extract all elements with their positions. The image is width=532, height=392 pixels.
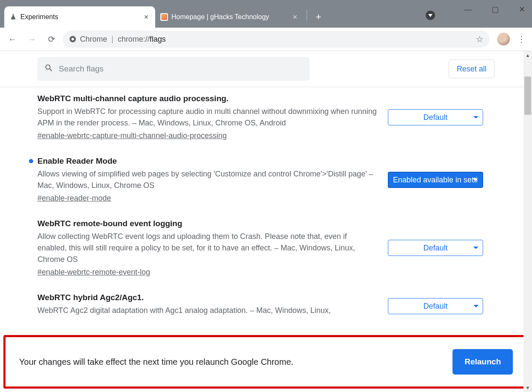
tab-divider	[307, 9, 307, 20]
flag-anchor-link[interactable]: #enable-webrtc-remote-event-log	[37, 268, 378, 277]
flag-title: WebRTC remote-bound event logging	[37, 219, 378, 228]
omnibox-chip-label: Chrome	[80, 35, 107, 44]
flag-select-wrap: Default	[388, 240, 483, 256]
search-flags-input[interactable]	[59, 64, 303, 74]
flag-title: Enable Reader Mode	[37, 156, 378, 166]
reload-button[interactable]: ⟳	[43, 31, 60, 47]
relaunch-button[interactable]: Relaunch	[452, 349, 513, 375]
flag-select-wrap: Enabled available in settings	[388, 172, 483, 188]
tab-strip: Experiments ✕ Homepage | gHacks Technolo…	[0, 0, 532, 28]
tab-title: Experiments	[20, 13, 139, 21]
tracking-badge-icon[interactable]	[426, 11, 435, 20]
menu-button[interactable]: ⋮	[515, 33, 528, 45]
tab-ghacks[interactable]: Homepage | gHacks Technology ✕	[155, 6, 304, 28]
flag-state-select[interactable]: Default	[388, 240, 483, 256]
flag-description: WebRTC Agc2 digital adaptation with Agc1…	[37, 305, 378, 316]
svg-point-1	[71, 38, 74, 40]
chrome-chip: Chrome	[69, 35, 107, 44]
flag-select-wrap: Default	[388, 109, 483, 125]
flag-state-select[interactable]: Default	[388, 109, 483, 125]
flag-text: WebRTC remote-bound event loggingAllow c…	[37, 219, 378, 277]
flag-row: WebRTC remote-bound event loggingAllow c…	[37, 215, 495, 289]
reset-all-button[interactable]: Reset all	[449, 60, 495, 78]
search-flags-box[interactable]	[37, 57, 310, 81]
toolbar: ← → ⟳ Chrome | chrome://flags ☆ ⋮	[0, 28, 532, 51]
new-tab-button[interactable]: +	[312, 11, 325, 23]
omnibox-url: chrome://flags	[118, 35, 166, 44]
ghacks-icon	[160, 13, 168, 21]
minimize-button[interactable]: —	[462, 3, 474, 15]
flag-title: WebRTC hybrid Agc2/Agc1.	[37, 293, 378, 302]
page-content: Reset all WebRTC multi-channel capture a…	[0, 51, 532, 392]
flask-icon	[9, 13, 17, 21]
relaunch-message: Your changes will take effect the next t…	[19, 357, 293, 367]
flag-state-select[interactable]: Enabled available in settings	[388, 172, 483, 188]
flag-anchor-link[interactable]: #enable-webrtc-capture-multi-channel-aud…	[37, 131, 378, 140]
chrome-icon	[69, 35, 77, 43]
omnibox-separator: |	[111, 35, 114, 44]
scrollbar-track[interactable]	[523, 60, 532, 383]
omnibox[interactable]: Chrome | chrome://flags ☆	[63, 31, 489, 48]
close-window-button[interactable]: ✕	[516, 3, 528, 15]
flag-row: Enable Reader ModeAllows viewing of simp…	[37, 152, 495, 215]
bookmark-star-icon[interactable]: ☆	[476, 34, 484, 44]
relaunch-banner: Your changes will take effect the next t…	[3, 335, 529, 389]
tab-title: Homepage | gHacks Technology	[171, 13, 288, 21]
flag-text: WebRTC hybrid Agc2/Agc1.WebRTC Agc2 digi…	[37, 293, 378, 319]
close-icon[interactable]: ✕	[142, 13, 150, 21]
vertical-scrollbar[interactable]: ▲ ▼	[523, 51, 532, 392]
flag-description: Allow collecting WebRTC event logs and u…	[37, 231, 378, 265]
flag-text: Enable Reader ModeAllows viewing of simp…	[37, 156, 378, 203]
flag-text: WebRTC multi-channel capture audio proce…	[37, 94, 378, 140]
close-icon[interactable]: ✕	[291, 13, 299, 21]
flag-description: Support in WebRTC for processing capture…	[37, 106, 378, 129]
forward-button: →	[24, 31, 40, 47]
tab-experiments[interactable]: Experiments ✕	[4, 6, 155, 28]
flag-anchor-link[interactable]: #enable-reader-mode	[37, 194, 378, 203]
back-button[interactable]: ←	[4, 31, 20, 47]
maximize-button[interactable]: ▢	[489, 3, 501, 15]
window-controls: — ▢ ✕	[462, 3, 528, 15]
flag-row: WebRTC multi-channel capture audio proce…	[37, 90, 495, 152]
flags-header-bar: Reset all	[0, 51, 532, 87]
flag-state-select[interactable]: Default	[388, 298, 483, 314]
flag-description: Allows viewing of simplified web pages b…	[37, 168, 378, 191]
scrollbar-thumb[interactable]	[524, 77, 531, 115]
modified-dot-icon	[29, 159, 33, 163]
scroll-up-button[interactable]: ▲	[523, 51, 532, 60]
search-icon	[44, 63, 54, 75]
flag-row: WebRTC hybrid Agc2/Agc1.WebRTC Agc2 digi…	[37, 289, 495, 331]
profile-avatar[interactable]	[497, 33, 510, 45]
flag-select-wrap: Default	[388, 298, 483, 314]
flag-title: WebRTC multi-channel capture audio proce…	[37, 94, 378, 103]
scroll-down-button[interactable]: ▼	[523, 383, 532, 392]
